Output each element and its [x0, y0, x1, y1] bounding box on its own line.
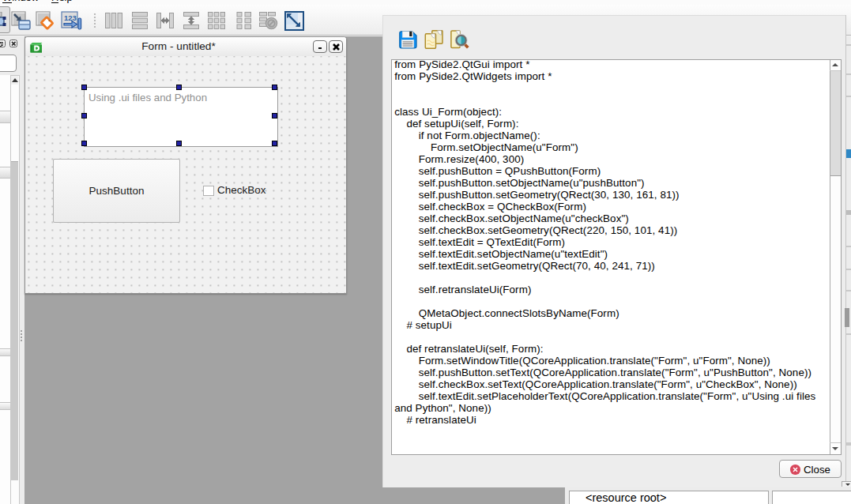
- svg-text:123: 123: [64, 13, 77, 22]
